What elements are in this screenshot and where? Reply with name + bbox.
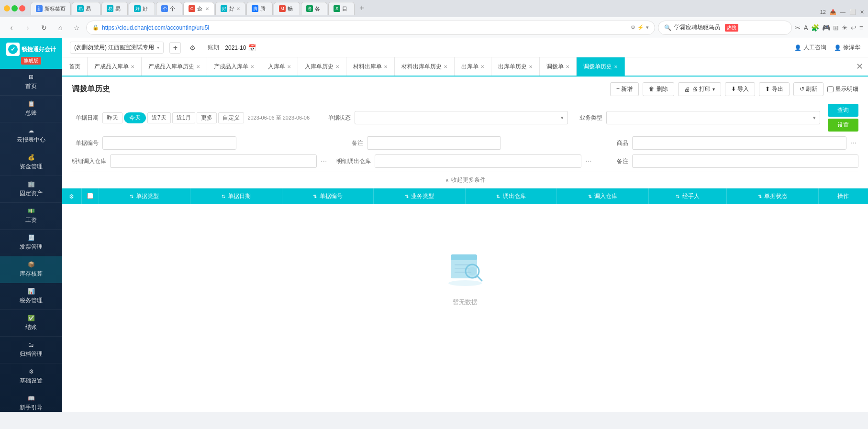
browser-tab-6[interactable]: 好 好 ✕ — [215, 2, 245, 15]
sidebar-item-closing[interactable]: ✅ 结账 — [0, 310, 62, 337]
add-button[interactable]: + 新增 — [610, 82, 639, 96]
sidebar-item-payroll[interactable]: 💵 工资 — [0, 203, 62, 230]
sidebar-item-inventory[interactable]: 📦 库存核算 — [0, 256, 62, 283]
tab-product-stock-in-2[interactable]: 产成品入库单 ✕ — [207, 57, 261, 76]
sidebar-item-invoices[interactable]: 🧾 发票管理 — [0, 230, 62, 256]
sidebar-item-ledger[interactable]: 📋 总账 — [0, 96, 62, 122]
goods-input[interactable] — [632, 136, 846, 150]
date-btn-more[interactable]: 更多 — [197, 112, 217, 123]
collapse-button[interactable]: ∧ 收起更多条件 — [72, 172, 858, 184]
warehouse-in-input[interactable] — [110, 154, 317, 168]
browser-control-minimize[interactable] — [4, 5, 10, 11]
import-button[interactable]: ⬇ 导入 — [725, 82, 755, 96]
add-company-button[interactable]: + — [169, 42, 181, 54]
tab-stock-in[interactable]: 入库单 ✕ — [261, 57, 298, 76]
browser-control-close[interactable] — [19, 5, 25, 11]
date-btn-today[interactable]: 今天 — [124, 112, 146, 123]
col-transfer-out[interactable]: ⇅ 调出仓库 — [465, 188, 557, 204]
tab-close-icon[interactable]: ✕ — [384, 64, 388, 69]
sidebar-item-guide[interactable]: 📖 新手引导 — [0, 390, 62, 412]
tab-close-icon[interactable]: ✕ — [444, 64, 447, 69]
browser-tab-1[interactable]: 易 易 — [72, 2, 100, 15]
forward-button[interactable]: › — [21, 21, 34, 34]
undo-icon[interactable]: ↩ — [851, 24, 857, 32]
company-settings-button[interactable]: ⚙ — [187, 42, 198, 54]
tab-close-icon[interactable]: ✕ — [614, 64, 618, 69]
col-business-type[interactable]: ⇅ 业务类型 — [374, 188, 466, 204]
sidebar-item-settings[interactable]: ⚙ 基础设置 — [0, 363, 62, 390]
tab-material-out-history[interactable]: 材料出库单历史 ✕ — [395, 57, 455, 76]
browser-tab-9[interactable]: 各 各 — [301, 2, 327, 15]
goods-more-icon[interactable]: ··· — [848, 139, 858, 147]
col-handler[interactable]: ⇅ 经手人 — [648, 188, 727, 204]
col-doc-date[interactable]: ⇅ 单据日期 — [190, 188, 282, 204]
period-value[interactable]: 2021-10 📅 — [225, 44, 256, 52]
grid-icon[interactable]: ⊞ — [833, 24, 839, 32]
address-menu-button[interactable]: ⚙ ⚡ ▾ — [631, 24, 649, 31]
service-button[interactable]: 👤 人工咨询 — [794, 44, 826, 52]
col-doc-type[interactable]: ⇅ 单据类型 — [99, 188, 190, 204]
sidebar-item-fixed-assets[interactable]: 🏢 固定资产 — [0, 176, 62, 203]
select-all-checkbox[interactable] — [87, 193, 93, 199]
sidebar-item-tax[interactable]: 📊 税务管理 — [0, 283, 62, 310]
display-detail-checkbox[interactable]: 显示明细 — [827, 85, 858, 93]
sidebar-item-funds[interactable]: 💰 资金管理 — [0, 149, 62, 176]
warehouse-out-more-icon[interactable]: ··· — [583, 157, 593, 165]
sidebar-item-cloud-reports[interactable]: ☁ 云报表中心 — [0, 122, 62, 149]
tab-stock-in-history[interactable]: 入库单历史 ✕ — [298, 57, 346, 76]
menu-icon[interactable]: ≡ — [859, 24, 863, 32]
browser-search-bar[interactable]: 🔍 学霸应聘场驱鸟员 热搜 — [658, 21, 792, 35]
col-checkbox[interactable] — [81, 188, 99, 204]
tab-product-stock-in-history[interactable]: 产成品入库单历史 ✕ — [142, 57, 207, 76]
tab-close-icon[interactable]: ✕ — [287, 64, 291, 69]
game-icon[interactable]: 🎮 — [822, 24, 830, 32]
status-select[interactable]: ▾ — [355, 111, 568, 124]
user-button[interactable]: 👤 徐泽华 — [834, 44, 860, 52]
col-doc-status[interactable]: ⇅ 单据状态 — [727, 188, 819, 204]
back-button[interactable]: ‹ — [5, 21, 18, 34]
new-tab-button[interactable]: + — [356, 2, 368, 15]
browser-tab-8[interactable]: M 畅 — [274, 2, 300, 15]
tab-stock-out[interactable]: 出库单 ✕ — [455, 57, 491, 76]
browser-tab-5[interactable]: C 企 ✕ — [183, 2, 214, 15]
tab-close-icon[interactable]: ✕ — [250, 64, 254, 69]
date-btn-1month[interactable]: 近1月 — [172, 112, 196, 123]
col-settings[interactable]: ⚙ — [62, 188, 81, 204]
sidebar-item-archives[interactable]: 🗂 归档管理 — [0, 337, 62, 363]
tab-material-out[interactable]: 材料出库单 ✕ — [346, 57, 395, 76]
display-detail-input[interactable] — [827, 86, 834, 92]
delete-button[interactable]: 🗑 删除 — [643, 82, 674, 96]
remark-input[interactable] — [367, 136, 501, 150]
tab-stock-out-history[interactable]: 出库单历史 ✕ — [491, 57, 540, 76]
doc-number-input[interactable] — [102, 136, 236, 150]
warehouse-in-more-icon[interactable]: ··· — [319, 157, 329, 165]
tab-close-icon[interactable]: ✕ — [131, 64, 134, 69]
scissors-icon[interactable]: ✂ — [795, 24, 801, 32]
home-button[interactable]: ⌂ — [54, 21, 67, 34]
tab-close-icon[interactable]: ✕ — [529, 64, 533, 69]
print-button[interactable]: 🖨 🖨 打印 ▾ — [678, 82, 721, 96]
browser-tab-2[interactable]: 易 易 — [101, 2, 128, 15]
tab-home[interactable]: 首页 — [62, 57, 88, 76]
close-all-tabs-button[interactable]: ✕ — [851, 61, 868, 72]
date-btn-7days[interactable]: 近7天 — [147, 112, 171, 123]
tab-transfer[interactable]: 调拨单 ✕ — [540, 57, 577, 76]
browser-tab-4[interactable]: 个 个 — [156, 2, 182, 15]
tab-transfer-history[interactable]: 调拨单历史 ✕ — [577, 57, 625, 76]
tab-product-stock-in[interactable]: 产成品入库单 ✕ — [88, 57, 142, 76]
business-type-select[interactable]: ▾ — [606, 111, 820, 124]
browser-tab-7[interactable]: 腾 腾 — [246, 2, 273, 15]
query-button[interactable]: 查询 — [828, 104, 858, 117]
sidebar-item-home[interactable]: ⊞ 首页 — [0, 69, 62, 96]
settings-col-icon[interactable]: ⚙ — [69, 193, 74, 200]
theme-icon[interactable]: ☀ — [842, 24, 848, 32]
warehouse-out-input[interactable] — [375, 154, 581, 168]
date-btn-custom[interactable]: 自定义 — [218, 112, 244, 123]
tab-close-icon[interactable]: ✕ — [196, 64, 200, 69]
browser-tab-10[interactable]: S 目 — [328, 2, 355, 15]
col-doc-number[interactable]: ⇅ 单据编号 — [282, 188, 374, 204]
settings-button[interactable]: 设置 — [828, 119, 858, 132]
extension-icon[interactable]: 🧩 — [811, 24, 819, 32]
date-btn-yesterday[interactable]: 昨天 — [102, 112, 122, 123]
remark2-input[interactable] — [632, 154, 858, 168]
